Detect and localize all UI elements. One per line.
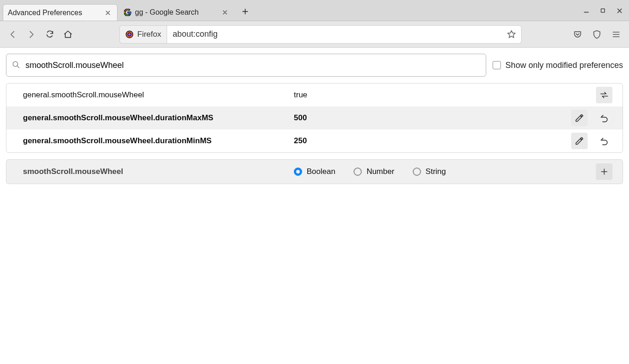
new-tab-button[interactable] xyxy=(238,4,253,19)
bookmark-star-icon[interactable] xyxy=(506,28,517,40)
urlbar-container: Firefox xyxy=(119,25,522,44)
back-button[interactable] xyxy=(5,26,21,43)
toolbar-right xyxy=(569,26,624,43)
radio-string[interactable]: String xyxy=(413,167,446,176)
identity-label: Firefox xyxy=(137,30,161,39)
firefox-icon xyxy=(125,30,134,39)
show-modified-label: Show only modified preferences xyxy=(505,61,623,70)
radio-number[interactable]: Number xyxy=(354,167,394,176)
pocket-button[interactable] xyxy=(569,26,586,43)
pref-row: general.smoothScroll.mouseWheel true xyxy=(6,84,623,106)
svg-rect-0 xyxy=(601,9,605,12)
pref-name: general.smoothScroll.mouseWheel.duration… xyxy=(23,113,294,123)
app-menu-button[interactable] xyxy=(608,26,624,43)
pref-value: true xyxy=(294,90,596,100)
pref-name: general.smoothScroll.mouseWheel.duration… xyxy=(23,136,294,146)
minimize-button[interactable] xyxy=(581,6,591,16)
radio-label: Number xyxy=(366,167,394,176)
tab-google-search[interactable]: gg - Google Search xyxy=(119,4,234,21)
nav-toolbar: Firefox xyxy=(0,21,629,48)
radio-icon xyxy=(354,168,362,176)
add-button[interactable] xyxy=(596,163,612,180)
reset-button[interactable] xyxy=(596,133,612,149)
reload-button[interactable] xyxy=(41,26,58,43)
about-config-content: Show only modified preferences general.s… xyxy=(0,48,629,190)
radio-icon xyxy=(294,168,302,176)
urlbar[interactable] xyxy=(167,25,522,44)
pref-value: 250 xyxy=(294,136,571,146)
radio-label: Boolean xyxy=(307,167,335,176)
add-pref-name: smoothScroll.mouseWheel xyxy=(23,167,294,176)
tab-advanced-preferences[interactable]: Advanced Preferences xyxy=(3,4,118,21)
close-window-button[interactable] xyxy=(614,6,624,16)
close-icon[interactable] xyxy=(220,8,230,17)
edit-button[interactable] xyxy=(571,133,588,149)
radio-label: String xyxy=(426,167,446,176)
tab-label: Advanced Preferences xyxy=(8,9,100,17)
pref-table: general.smoothScroll.mouseWheel true gen… xyxy=(6,83,623,153)
type-radio-group: Boolean Number String xyxy=(294,167,596,176)
pref-row: general.smoothScroll.mouseWheel.duration… xyxy=(6,129,623,152)
tab-strip: Advanced Preferences gg - Google Search xyxy=(3,0,253,21)
pref-search-box[interactable] xyxy=(6,54,486,77)
edit-button[interactable] xyxy=(571,110,588,126)
show-modified-checkbox[interactable]: Show only modified preferences xyxy=(493,61,623,70)
close-icon[interactable] xyxy=(103,8,112,17)
ublock-button[interactable] xyxy=(589,26,605,43)
tab-label: gg - Google Search xyxy=(135,8,217,17)
radio-icon xyxy=(413,168,421,176)
forward-button[interactable] xyxy=(23,26,39,43)
reset-button[interactable] xyxy=(596,110,612,126)
url-input[interactable] xyxy=(173,29,506,39)
titlebar: Advanced Preferences gg - Google Search xyxy=(0,0,629,21)
radio-boolean[interactable]: Boolean xyxy=(294,167,335,176)
checkbox-icon xyxy=(493,61,501,69)
pref-name: general.smoothScroll.mouseWheel xyxy=(23,90,294,100)
toggle-button[interactable] xyxy=(596,87,612,103)
svg-point-2 xyxy=(128,33,131,36)
pref-value: 500 xyxy=(294,113,571,123)
identity-box[interactable]: Firefox xyxy=(119,25,167,44)
pref-row: general.smoothScroll.mouseWheel.duration… xyxy=(6,106,623,129)
window-controls xyxy=(581,0,624,21)
home-button[interactable] xyxy=(60,26,76,43)
add-pref-row: smoothScroll.mouseWheel Boolean Number S… xyxy=(6,159,623,184)
search-row: Show only modified preferences xyxy=(6,54,623,77)
pref-search-input[interactable] xyxy=(25,61,481,70)
google-favicon-icon xyxy=(124,9,131,16)
search-icon xyxy=(12,61,21,70)
maximize-button[interactable] xyxy=(598,6,608,16)
